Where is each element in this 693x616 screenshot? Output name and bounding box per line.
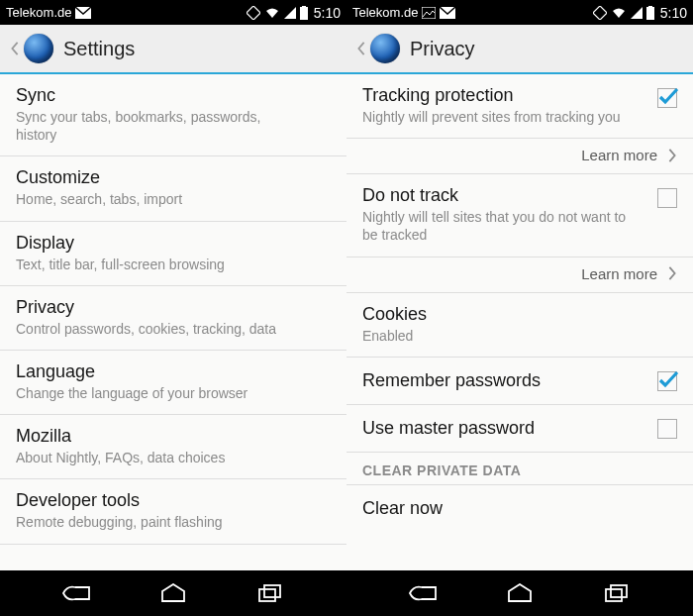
item-privacy[interactable]: Privacy Control passwords, cookies, trac… <box>0 286 346 351</box>
item-customize[interactable]: Customize Home, search, tabs, import <box>0 156 346 221</box>
checkbox-tracking[interactable] <box>657 88 677 108</box>
nav-home-button[interactable] <box>153 580 193 606</box>
nav-home-button[interactable] <box>500 580 540 606</box>
learn-more-label: Learn more <box>581 147 657 163</box>
item-title: Do not track <box>362 185 677 206</box>
svg-rect-4 <box>422 7 436 19</box>
item-subtitle: Text, title bar, full-screen browsing <box>16 256 331 273</box>
wifi-icon <box>264 7 280 19</box>
item-title: Cookies <box>362 304 677 325</box>
item-title: Language <box>16 361 331 382</box>
svg-rect-11 <box>606 589 622 601</box>
item-title: Tracking protection <box>362 85 677 106</box>
chevron-right-icon <box>667 149 677 162</box>
item-title: Clear now <box>362 498 677 519</box>
signal-icon <box>284 7 296 19</box>
item-subtitle: Change the language of your browser <box>16 384 331 402</box>
mail-icon <box>440 7 455 19</box>
learn-more-label: Learn more <box>581 265 657 282</box>
item-title: Remember passwords <box>362 370 677 391</box>
item-title: Sync <box>16 85 331 106</box>
mail-icon <box>75 7 91 19</box>
item-remember-passwords[interactable]: Remember passwords <box>346 358 693 405</box>
settings-list: Sync Sync your tabs, bookmarks, password… <box>0 74 346 570</box>
item-subtitle: About Nightly, FAQs, data choices <box>16 449 331 466</box>
battery-icon <box>646 6 654 20</box>
clock: 5:10 <box>660 5 687 21</box>
checkbox-master[interactable] <box>657 419 677 439</box>
nav-recent-button[interactable] <box>597 580 637 606</box>
phone-privacy: Telekom.de 5:10 Privacy Tracking protect… <box>346 0 693 570</box>
svg-rect-12 <box>611 585 627 597</box>
globe-icon <box>370 34 400 63</box>
item-subtitle: Control passwords, cookies, tracking, da… <box>16 320 331 338</box>
svg-rect-8 <box>648 6 652 8</box>
item-subtitle: Sync your tabs, bookmarks, passwords, hi… <box>16 108 331 144</box>
checkbox-remember[interactable] <box>657 371 677 391</box>
svg-rect-7 <box>646 7 654 20</box>
signal-icon <box>631 7 643 19</box>
clock: 5:10 <box>314 5 341 21</box>
svg-rect-6 <box>593 6 607 20</box>
item-title: Developer tools <box>16 490 331 511</box>
wifi-icon <box>611 7 627 19</box>
item-master-password[interactable]: Use master password <box>346 405 693 453</box>
phone-settings: Telekom.de 5:10 Settings Sync Sync your … <box>0 0 346 570</box>
item-language[interactable]: Language Change the language of your bro… <box>0 351 346 415</box>
status-bar: Telekom.de 5:10 <box>0 0 346 25</box>
item-display[interactable]: Display Text, title bar, full-screen bro… <box>0 222 346 286</box>
learn-more-tracking[interactable]: Learn more <box>346 139 693 174</box>
item-do-not-track[interactable]: Do not track Nightly will tell sites tha… <box>346 174 693 257</box>
item-mozilla[interactable]: Mozilla About Nightly, FAQs, data choice… <box>0 415 346 479</box>
nav-back-button[interactable] <box>57 580 97 606</box>
svg-rect-9 <box>259 589 275 601</box>
page-title: Settings <box>63 38 135 60</box>
rotate-icon <box>593 6 607 20</box>
battery-icon <box>300 6 308 20</box>
nav-recent-button[interactable] <box>250 580 290 606</box>
navbar-right <box>346 570 693 616</box>
section-clear-private-data: CLEAR PRIVATE DATA <box>346 453 693 485</box>
item-cookies[interactable]: Cookies Enabled <box>346 293 693 358</box>
item-tracking-protection[interactable]: Tracking protection Nightly will prevent… <box>346 74 693 139</box>
status-bar: Telekom.de 5:10 <box>346 0 693 25</box>
item-title: Display <box>16 233 331 254</box>
item-title: Privacy <box>16 297 331 318</box>
item-developer-tools[interactable]: Developer tools Remote debugging, paint … <box>0 479 346 544</box>
item-sync[interactable]: Sync Sync your tabs, bookmarks, password… <box>0 74 346 156</box>
checkbox-dnt[interactable] <box>657 188 677 208</box>
svg-rect-2 <box>300 7 308 20</box>
item-clear-now[interactable]: Clear now <box>346 485 693 532</box>
item-subtitle: Remote debugging, paint flashing <box>16 513 331 531</box>
item-title: Customize <box>16 167 331 188</box>
item-subtitle: Nightly will prevent sites from tracking… <box>362 108 677 126</box>
navbar-left <box>0 570 346 616</box>
section-title: CLEAR PRIVATE DATA <box>362 462 677 478</box>
nav-back-button[interactable] <box>404 580 444 606</box>
svg-rect-10 <box>264 585 280 597</box>
privacy-list: Tracking protection Nightly will prevent… <box>346 74 693 570</box>
header-settings: Settings <box>0 25 346 74</box>
back-icon[interactable] <box>354 42 368 55</box>
item-subtitle: Nightly will tell sites that you do not … <box>362 208 677 244</box>
back-icon[interactable] <box>8 42 22 55</box>
item-title: Mozilla <box>16 426 331 447</box>
item-subtitle: Home, search, tabs, import <box>16 190 331 208</box>
item-subtitle: Enabled <box>362 327 677 345</box>
carrier-label: Telekom.de <box>6 5 71 20</box>
item-title: Use master password <box>362 418 677 439</box>
svg-rect-1 <box>247 6 260 20</box>
system-navbar <box>0 570 693 616</box>
svg-rect-3 <box>302 6 306 8</box>
learn-more-dnt[interactable]: Learn more <box>346 257 693 293</box>
carrier-label: Telekom.de <box>352 5 418 20</box>
image-icon <box>422 7 436 19</box>
chevron-right-icon <box>667 266 677 280</box>
globe-icon <box>24 34 53 63</box>
page-title: Privacy <box>410 38 475 60</box>
header-privacy: Privacy <box>346 25 693 74</box>
rotate-icon <box>247 6 260 20</box>
